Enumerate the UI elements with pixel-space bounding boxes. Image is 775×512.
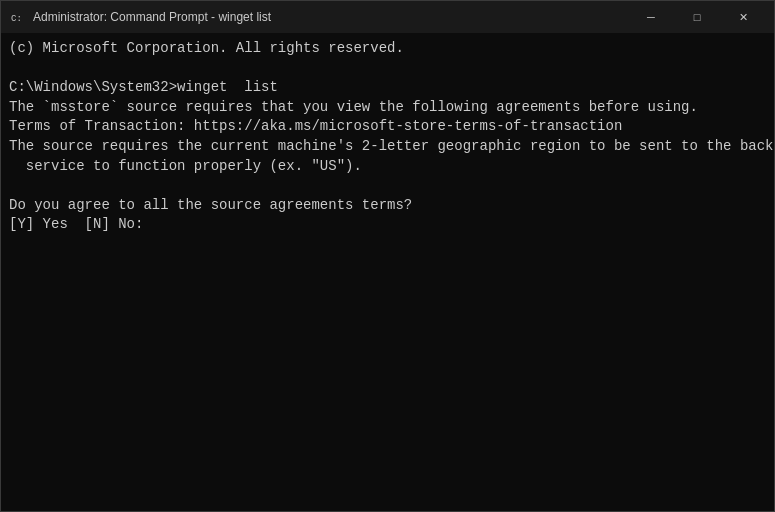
window: C: Administrator: Command Prompt - winge…	[0, 0, 775, 512]
title-bar: C: Administrator: Command Prompt - winge…	[1, 1, 774, 33]
console-line: Do you agree to all the source agreement…	[9, 196, 766, 216]
console-line	[9, 59, 766, 79]
maximize-button[interactable]: □	[674, 1, 720, 33]
console-line	[9, 176, 766, 196]
window-controls: ─ □ ✕	[628, 1, 766, 33]
console-line: [Y] Yes [N] No:	[9, 215, 766, 235]
svg-text:C:: C:	[11, 14, 22, 24]
console-line: service to function properly (ex. "US").	[9, 157, 766, 177]
minimize-button[interactable]: ─	[628, 1, 674, 33]
console-line: Terms of Transaction: https://aka.ms/mic…	[9, 117, 766, 137]
app-icon: C:	[9, 9, 25, 25]
console-line: The `msstore` source requires that you v…	[9, 98, 766, 118]
close-button[interactable]: ✕	[720, 1, 766, 33]
console-line: C:\Windows\System32>winget list	[9, 78, 766, 98]
console-output[interactable]: (c) Microsoft Corporation. All rights re…	[1, 33, 774, 511]
window-title: Administrator: Command Prompt - winget l…	[33, 10, 628, 24]
console-line: (c) Microsoft Corporation. All rights re…	[9, 39, 766, 59]
console-line: The source requires the current machine'…	[9, 137, 766, 157]
